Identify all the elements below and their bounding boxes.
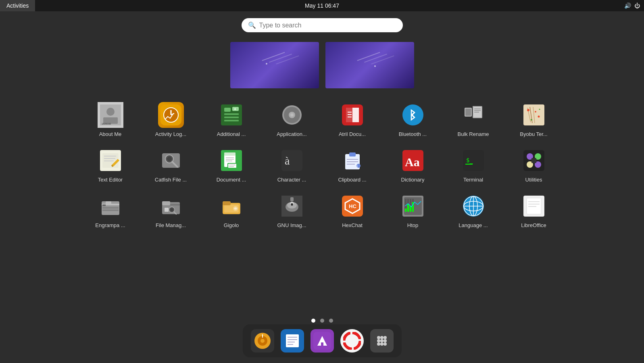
svg-rect-138	[288, 342, 295, 342]
app-about-me[interactable]: 1829182 About Me	[82, 99, 139, 140]
app-atril[interactable]: Atril Docu...	[324, 99, 381, 140]
activities-button[interactable]: Activities	[0, 0, 35, 11]
svg-point-94	[170, 208, 173, 211]
app-terminal[interactable]: $_ Terminal	[445, 144, 502, 186]
app-additional[interactable]: + Additional ...	[203, 99, 260, 140]
atril-label: Atril Docu...	[339, 131, 366, 137]
svg-rect-92	[165, 208, 169, 212]
app-htop[interactable]: Htop	[385, 190, 441, 232]
dock-show-apps[interactable]	[370, 329, 394, 353]
app-application[interactable]: Application...	[264, 99, 320, 140]
svg-point-41	[531, 119, 532, 121]
svg-rect-87	[102, 209, 119, 209]
app-dictionary[interactable]: Aa Dictionary	[385, 144, 441, 186]
svg-rect-86	[102, 207, 119, 208]
svg-rect-9	[224, 108, 231, 112]
utilities-label: Utilities	[525, 177, 542, 183]
app-utilities[interactable]: Utilities	[506, 144, 562, 186]
engrampa-icon	[98, 193, 123, 219]
svg-rect-88	[102, 210, 119, 211]
svg-text:HC: HC	[349, 203, 356, 209]
bluetooth-icon	[400, 102, 426, 128]
clipboard-label: Clipboard ...	[338, 177, 366, 183]
svg-rect-65	[349, 152, 356, 156]
svg-rect-128	[528, 204, 540, 204]
volume-icon[interactable]: 🔊	[624, 2, 631, 9]
app-hexchat[interactable]: HC HexChat	[324, 190, 381, 232]
atril-icon	[340, 102, 365, 128]
svg-point-1	[106, 108, 115, 116]
svg-point-157	[383, 342, 387, 346]
dictionary-icon: Aa	[400, 148, 426, 173]
page-dot-1[interactable]	[311, 319, 315, 323]
svg-rect-11	[224, 117, 239, 118]
svg-rect-66	[347, 159, 358, 160]
search-icon: 🔍	[248, 21, 256, 29]
file-manager-label: File Manag...	[156, 222, 186, 228]
app-document[interactable]: Document ...	[203, 144, 260, 186]
svg-rect-127	[528, 201, 540, 202]
search-input[interactable]	[259, 22, 396, 29]
svg-rect-60	[229, 165, 236, 165]
page-dot-3[interactable]	[329, 319, 333, 323]
svg-rect-46	[104, 158, 115, 159]
app-gnuimagick[interactable]: GNU Imag...	[264, 190, 320, 232]
svg-point-149	[377, 336, 380, 339]
system-icons: 🔊 ⏻	[624, 2, 644, 9]
byobu-icon	[521, 102, 547, 128]
app-activity-log[interactable]: Activity Log...	[143, 99, 199, 140]
libreoffice-label: LibreOffice	[521, 222, 546, 228]
app-byobu[interactable]: Byobu Ter...	[506, 99, 562, 140]
search-container: 🔍	[242, 18, 403, 32]
app-libreoffice[interactable]: LibreOffice	[506, 190, 562, 232]
svg-rect-68	[347, 164, 355, 165]
app-bulk-rename[interactable]: Bulk Rename	[445, 99, 502, 140]
character-icon: à	[279, 148, 305, 173]
svg-point-23	[402, 104, 423, 125]
svg-rect-91	[162, 201, 170, 205]
dock-transmission[interactable]	[311, 329, 334, 353]
svg-rect-47	[104, 161, 114, 161]
page-dot-2[interactable]	[320, 319, 324, 323]
svg-text:$_: $_	[466, 157, 473, 164]
power-icon[interactable]: ⏻	[634, 2, 640, 9]
svg-rect-54	[224, 152, 236, 156]
terminal-icon: $_	[461, 148, 486, 173]
svg-rect-139	[288, 344, 293, 345]
dock-rhythmbox[interactable]	[251, 329, 274, 353]
app-file-manager[interactable]: File Manag...	[143, 190, 199, 232]
htop-icon	[400, 193, 426, 219]
app-text-editor[interactable]: Text Editor	[82, 144, 139, 186]
app-clipboard[interactable]: i Clipboard ...	[324, 144, 381, 186]
svg-point-153	[380, 339, 383, 342]
catfish-icon	[158, 148, 184, 173]
app-gigolo[interactable]: Gigolo	[203, 190, 260, 232]
hexchat-icon: HC	[340, 193, 365, 219]
app-engrampa[interactable]: Engrampa ...	[82, 190, 139, 232]
app-character[interactable]: à Character ...	[264, 144, 320, 186]
svg-rect-136	[288, 337, 297, 338]
svg-rect-104	[290, 197, 294, 201]
clock: May 11 06:47	[305, 2, 339, 9]
svg-rect-33	[474, 112, 479, 113]
app-bluetooth[interactable]: Bluetooth ...	[385, 99, 441, 140]
dock-help[interactable]	[340, 329, 364, 353]
app-catfish[interactable]: Catfish File ...	[143, 144, 199, 186]
page-dots	[311, 319, 333, 323]
app-language[interactable]: Language ...	[445, 190, 502, 232]
svg-point-50	[167, 156, 172, 161]
svg-point-150	[380, 336, 383, 339]
workspace-2[interactable]	[325, 42, 414, 88]
svg-text:Aa: Aa	[405, 155, 420, 169]
svg-point-39	[535, 111, 536, 113]
byobu-label: Byobu Ter...	[520, 131, 547, 137]
svg-rect-135	[286, 334, 299, 347]
svg-rect-57	[226, 161, 232, 161]
clipboard-icon: i	[340, 148, 365, 173]
additional-icon: +	[219, 102, 244, 128]
application-icon	[279, 102, 305, 128]
dock-writer[interactable]	[281, 329, 304, 353]
libreoffice-icon	[521, 193, 547, 219]
about-me-label: About Me	[99, 131, 122, 137]
workspace-1[interactable]	[230, 42, 319, 88]
